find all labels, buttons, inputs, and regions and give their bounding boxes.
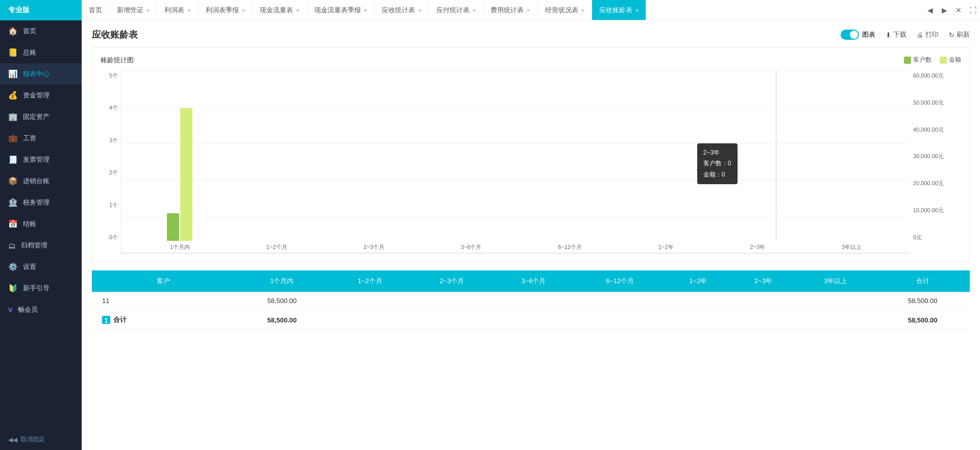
y-left-label-5: 5个 xyxy=(109,72,118,80)
guide-icon: 🔰 xyxy=(8,284,18,293)
content-area: 应收账龄表 图表 ⬇ 下载 🖨 打印 ↻ xyxy=(82,20,980,450)
bars-area xyxy=(121,70,910,241)
tab-expense[interactable]: 费用统计表 × xyxy=(483,0,537,20)
tab-operations[interactable]: 经营状况表 × xyxy=(538,0,592,20)
x-labels: 1个月内 1~2个月 2~3个月 3~6个月 6~12个月 1~2年 2~3年 … xyxy=(121,241,910,253)
total-y2 xyxy=(666,310,731,330)
cell-customer: 11 xyxy=(92,292,235,310)
cell-yplus xyxy=(796,292,875,310)
tab-cashflow-close[interactable]: × xyxy=(296,7,299,13)
chart-toggle-container: 图表 xyxy=(841,30,875,40)
sidebar-item-sales[interactable]: 📦 进销台账 xyxy=(0,170,82,192)
y-left-label-3: 3个 xyxy=(109,137,118,144)
tab-ap-stats[interactable]: 应付统计表 × xyxy=(429,0,483,20)
download-button[interactable]: ⬇ 下载 xyxy=(886,30,906,39)
sidebar-item-assets[interactable]: 🏢 固定资产 xyxy=(0,106,82,128)
total-yplus xyxy=(796,310,875,330)
refresh-icon: ↻ xyxy=(949,31,954,39)
y-right-label-0: 0元 xyxy=(913,234,922,241)
cell-y3 xyxy=(731,292,796,310)
tab-profit-quarterly[interactable]: 利润表季报 × xyxy=(199,0,253,20)
assets-icon: 🏢 xyxy=(8,112,18,121)
total-row: ∑ 合计 58,500.00 58,500.00 xyxy=(92,310,970,330)
total-m1: 58,500.00 xyxy=(235,310,329,330)
total-m6 xyxy=(493,310,574,330)
tab-ar-stats-close[interactable]: × xyxy=(418,7,421,13)
sidebar-item-settings[interactable]: ⚙️ 设置 xyxy=(0,256,82,278)
sales-icon: 📦 xyxy=(8,177,18,186)
chart-inner: 2~3年 客户数：0 金额：0 1个月内 1~2个月 2~3个月 3~6个月 6… xyxy=(121,70,910,254)
total-m12 xyxy=(575,310,666,330)
total-total: 58,500.00 xyxy=(875,310,970,330)
tab-cashflow-quarterly-close[interactable]: × xyxy=(364,7,367,13)
tab-home[interactable]: 首页 xyxy=(82,0,110,20)
chart-toggle-label: 图表 xyxy=(862,30,875,39)
tooltip-customer-count: 客户数：0 xyxy=(703,158,731,169)
cell-m6 xyxy=(493,292,574,310)
sidebar-item-home[interactable]: 🏠 首页 xyxy=(0,20,82,42)
tab-close-all[interactable]: ✕ xyxy=(951,0,966,20)
y-left-label-1: 1个 xyxy=(109,202,118,209)
sidebar: 专业版 🏠 首页 📒 总账 📊 报表中心 💰 资金管理 🏢 固定资产 💼 工资 … xyxy=(0,0,82,450)
table-header-row: 客户 1个月内 1~2个月 2~3个月 3~6个月 6~12个月 1~2年 2~… xyxy=(92,270,970,292)
tab-voucher[interactable]: 新增凭证 × xyxy=(110,0,157,20)
sidebar-item-invoices[interactable]: 🧾 发票管理 xyxy=(0,149,82,170)
x-label-m6: 3~6个月 xyxy=(461,243,482,251)
tab-scroll-right[interactable]: ▶ xyxy=(937,0,951,20)
legend-amount-label: 金额 xyxy=(949,56,961,64)
sidebar-item-reports[interactable]: 📊 报表中心 xyxy=(0,63,82,85)
tab-profit-quarterly-close[interactable]: × xyxy=(242,7,245,13)
close-book-icon: 📅 xyxy=(8,219,18,229)
cell-m1: 58,500.00 xyxy=(235,292,329,310)
ledger-icon: 📒 xyxy=(8,48,18,57)
chart-legend: 客户数 金额 xyxy=(904,56,961,64)
main-area: 首页 新增凭证 × 利润表 × 利润表季报 × 现金流量表 × 现金流量表季报 … xyxy=(82,0,980,450)
chart-toggle[interactable] xyxy=(841,30,859,40)
legend-amount: 金额 xyxy=(940,56,961,64)
tab-ar-stats[interactable]: 应收统计表 × xyxy=(375,0,429,20)
archive-icon: 🗂 xyxy=(8,241,16,250)
invoices-icon: 🧾 xyxy=(8,155,18,164)
sidebar-item-archive[interactable]: 🗂 归档管理 xyxy=(0,235,82,256)
col-customer: 客户 xyxy=(92,270,235,292)
tab-maximize[interactable]: ⛶ xyxy=(966,0,980,20)
tab-profit-close[interactable]: × xyxy=(187,7,190,13)
unpin-sidebar-button[interactable]: ◀◀ 取消固定 xyxy=(0,429,82,450)
tab-cashflow-quarterly[interactable]: 现金流量表季报 × xyxy=(307,0,375,20)
total-icon: ∑ xyxy=(102,316,110,324)
tab-cashflow[interactable]: 现金流量表 × xyxy=(253,0,307,20)
sidebar-item-guide[interactable]: 🔰 新手引导 xyxy=(0,278,82,299)
refresh-button[interactable]: ↻ 刷新 xyxy=(949,30,970,39)
tab-operations-close[interactable]: × xyxy=(581,7,584,13)
funds-icon: 💰 xyxy=(8,91,18,100)
y-right-label-40k: 40,000.00元 xyxy=(913,126,944,134)
bar-pair-m1 xyxy=(167,108,192,241)
legend-customer-label: 客户数 xyxy=(913,56,932,64)
x-label-m3: 2~3个月 xyxy=(363,243,384,251)
page-container: 应收账龄表 图表 ⬇ 下载 🖨 打印 ↻ xyxy=(82,20,980,450)
sidebar-item-ledger[interactable]: 📒 总账 xyxy=(0,42,82,63)
legend-customer-color xyxy=(904,57,911,64)
sidebar-item-funds[interactable]: 💰 资金管理 xyxy=(0,85,82,106)
col-yplus: 3年以上 xyxy=(796,270,875,292)
sidebar-item-vip[interactable]: V 畅会员 xyxy=(0,299,82,320)
download-icon: ⬇ xyxy=(886,31,891,39)
tab-voucher-close[interactable]: × xyxy=(146,7,150,13)
tab-expense-close[interactable]: × xyxy=(527,7,530,13)
tab-scroll-left[interactable]: ◀ xyxy=(923,0,937,20)
chart-title: 账龄统计图 xyxy=(101,56,961,65)
sidebar-item-tax[interactable]: 🏦 税务管理 xyxy=(0,192,82,213)
tab-profit[interactable]: 利润表 × xyxy=(157,0,198,20)
app-logo: 专业版 xyxy=(0,0,82,20)
total-y3 xyxy=(731,310,796,330)
tab-ar-aging[interactable]: 应收账龄表 × xyxy=(592,0,646,20)
sidebar-item-salary[interactable]: 💼 工资 xyxy=(0,128,82,149)
tab-ap-stats-close[interactable]: × xyxy=(473,7,476,13)
tooltip-label: 2~3年 xyxy=(703,147,731,159)
sidebar-item-close[interactable]: 📅 结账 xyxy=(0,213,82,235)
print-button[interactable]: 🖨 打印 xyxy=(917,30,939,39)
col-y3: 2~3年 xyxy=(731,270,796,292)
tab-bar: 首页 新增凭证 × 利润表 × 利润表季报 × 现金流量表 × 现金流量表季报 … xyxy=(82,0,980,20)
total-m3 xyxy=(411,310,493,330)
tab-ar-aging-close[interactable]: × xyxy=(635,7,639,13)
